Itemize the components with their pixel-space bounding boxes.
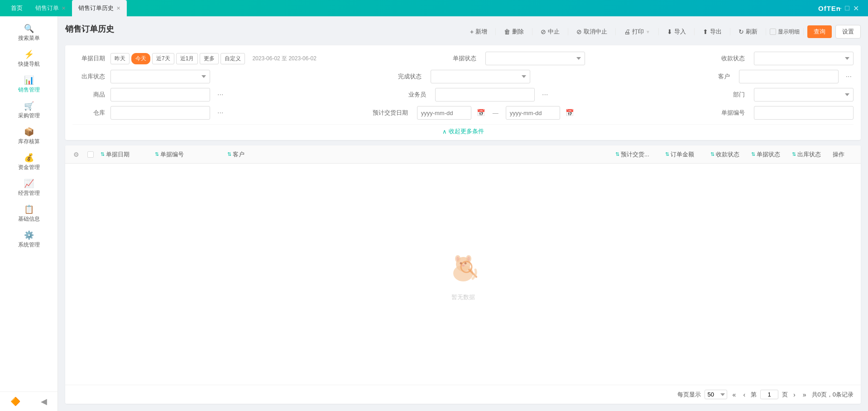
th-ship-status-label: 出库状态 — [797, 150, 821, 159]
toolbar-divider-8 — [766, 28, 766, 35]
select-all-checkbox[interactable] — [87, 151, 94, 158]
sidebar-item-sys-mgmt[interactable]: ⚙️ 系统管理 — [0, 227, 58, 252]
sidebar: 🔍 搜索菜单 ⚡ 快捷导航 📊 销售管理 🛒 采购管理 📦 库存核算 💰 资金管… — [0, 16, 58, 411]
show-detail-toggle[interactable]: 显示明细 — [770, 28, 800, 36]
order-num-input[interactable] — [754, 106, 854, 120]
refresh-button[interactable]: ↻ 刷新 — [734, 25, 762, 38]
search-menu-icon: 🔍 — [24, 24, 34, 33]
sys-mgmt-icon: ⚙️ — [24, 231, 34, 239]
last-page-button[interactable]: » — [801, 390, 808, 399]
date-btn-custom[interactable]: 自定义 — [221, 53, 245, 64]
sort-icon-client: ⇅ — [227, 151, 231, 157]
sidebar-item-search-menu[interactable]: 🔍 搜索菜单 — [0, 20, 58, 46]
import-button[interactable]: ⬇ 导入 — [662, 25, 691, 38]
delivery-date-to[interactable] — [506, 106, 560, 120]
sidebar-item-basic-info[interactable]: 📋 基础信息 — [0, 201, 58, 227]
salesperson-more-icon[interactable]: ··· — [540, 91, 550, 99]
warehouse-input[interactable] — [110, 106, 210, 120]
stock-settle-icon: 📦 — [24, 128, 34, 136]
sidebar-item-ops-mgmt[interactable]: 📈 经营管理 — [0, 175, 58, 201]
print-arrow-icon: ▼ — [646, 29, 650, 34]
tab-sales-order-history[interactable]: 销售订单历史 ✕ — [72, 0, 127, 16]
per-page-label: 每页显示 — [677, 391, 701, 399]
ship-status-label: 出库状态 — [72, 73, 105, 81]
collapse-filter-btn[interactable]: ∧ 收起更多条件 — [72, 124, 854, 136]
tab-sales-order-history-close[interactable]: ✕ — [116, 5, 120, 11]
order-status-label: 单据状态 — [453, 54, 476, 63]
tab-sales-order-close[interactable]: ✕ — [62, 5, 66, 11]
th-pay-status[interactable]: ⇅ 收款状态 — [708, 150, 748, 159]
add-button[interactable]: + 新增 — [465, 25, 492, 38]
product-more-icon[interactable]: ··· — [216, 91, 225, 99]
sidebar-search-menu-label: 搜索菜单 — [18, 34, 40, 42]
ship-status-select[interactable] — [110, 70, 210, 83]
print-button[interactable]: 🖨 打印 ▼ — [619, 25, 655, 38]
empty-illustration — [443, 247, 484, 288]
department-select[interactable] — [754, 88, 854, 102]
delivery-date-from[interactable] — [417, 106, 471, 120]
delete-button[interactable]: 🗑 删除 — [499, 25, 528, 38]
query-button[interactable]: 查询 — [807, 25, 832, 38]
close-window-icon[interactable]: ✕ — [853, 4, 859, 13]
date-btn-more[interactable]: 更多 — [200, 53, 219, 64]
th-ship-status[interactable]: ⇅ 出库状态 — [789, 150, 830, 159]
stop-button[interactable]: ⊘ 中止 — [536, 25, 564, 38]
col-select-all[interactable] — [83, 151, 98, 158]
cancel-stop-label: 取消中止 — [584, 28, 607, 36]
svg-point-5 — [467, 256, 470, 261]
sidebar-basic-info-label: 基础信息 — [18, 215, 40, 223]
sidebar-quick-nav-label: 快捷导航 — [18, 60, 40, 68]
customer-input[interactable] — [739, 70, 839, 83]
th-order-status-label: 单据状态 — [757, 150, 780, 159]
cancel-stop-icon: ⊘ — [576, 28, 582, 35]
sort-icon-ship: ⇅ — [792, 151, 796, 157]
cancel-stop-button[interactable]: ⊘ 取消中止 — [572, 25, 612, 38]
product-input[interactable] — [110, 88, 210, 102]
settings-icon[interactable]: ⚙ — [73, 151, 79, 158]
payment-status-select[interactable] — [754, 52, 854, 65]
sidebar-item-stock-settle[interactable]: 📦 库存核算 — [0, 123, 58, 149]
col-settings[interactable]: ⚙ — [69, 151, 83, 158]
settings-button[interactable]: 设置 — [835, 25, 861, 39]
next-page-button[interactable]: › — [791, 390, 797, 399]
customer-more-icon[interactable]: ··· — [844, 73, 854, 81]
tab-sales-order[interactable]: 销售订单 ✕ — [29, 0, 72, 16]
per-page-select[interactable]: 50 20 100 — [705, 390, 727, 399]
th-order-status[interactable]: ⇅ 单据状态 — [748, 150, 789, 159]
th-amount[interactable]: ⇅ 订单金额 — [662, 150, 708, 159]
sidebar-item-sales-mgmt[interactable]: 📊 销售管理 — [0, 72, 58, 97]
date-btn-1month[interactable]: 近1月 — [176, 53, 198, 64]
date-btn-7days[interactable]: 近7天 — [152, 53, 174, 64]
show-detail-checkbox[interactable] — [770, 29, 776, 35]
complete-status-select[interactable] — [431, 70, 530, 83]
product-label: 商品 — [72, 91, 105, 99]
tab-home[interactable]: 首页 — [5, 0, 29, 16]
order-status-select[interactable] — [485, 52, 585, 65]
salesperson-input[interactable] — [435, 88, 535, 102]
export-button[interactable]: ⬆ 导出 — [698, 25, 726, 38]
maximize-icon[interactable]: □ — [845, 4, 849, 12]
export-icon: ⬆ — [703, 28, 708, 35]
th-date[interactable]: ⇅ 单据日期 — [98, 150, 152, 159]
prev-page-button[interactable]: ‹ — [741, 390, 747, 399]
th-num[interactable]: ⇅ 单据编号 — [152, 150, 225, 159]
calendar-to-icon[interactable]: 📅 — [566, 109, 574, 117]
current-page-input[interactable] — [760, 390, 778, 399]
calendar-from-icon[interactable]: 📅 — [477, 109, 485, 117]
sidebar-item-purchase-mgmt[interactable]: 🛒 采购管理 — [0, 97, 58, 123]
th-delivery[interactable]: ⇅ 预计交货... — [613, 150, 662, 159]
th-client[interactable]: ⇅ 客户 — [225, 150, 613, 159]
date-btn-today[interactable]: 今天 — [131, 53, 150, 64]
first-page-button[interactable]: « — [731, 390, 738, 399]
svg-point-8 — [460, 262, 462, 265]
sidebar-collapse-icon[interactable]: ◀ — [41, 396, 47, 406]
brand-label: OfTEn — [818, 5, 841, 12]
sidebar-item-quick-nav[interactable]: ⚡ 快捷导航 — [0, 46, 58, 72]
show-detail-label-text: 显示明细 — [778, 28, 800, 36]
warehouse-more-icon[interactable]: ··· — [216, 109, 225, 117]
sidebar-item-fund-mgmt[interactable]: 💰 资金管理 — [0, 149, 58, 175]
sidebar-settings-icon[interactable]: 🔶 — [10, 396, 20, 406]
date-buttons-group: 昨天 今天 近7天 近1月 更多 自定义 — [110, 53, 245, 64]
th-client-label: 客户 — [233, 150, 245, 159]
date-btn-yesterday[interactable]: 昨天 — [110, 53, 129, 64]
